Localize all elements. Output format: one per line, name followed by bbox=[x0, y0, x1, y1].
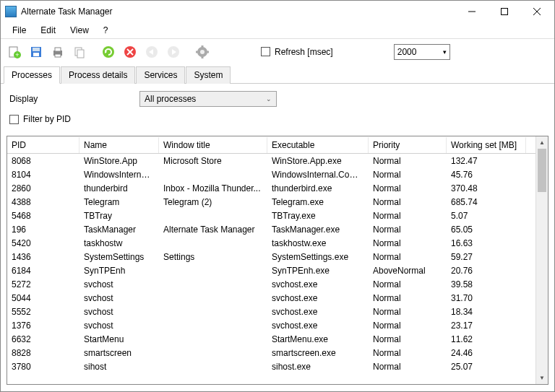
app-icon bbox=[5, 6, 17, 17]
refresh-checkbox[interactable] bbox=[261, 47, 270, 56]
refresh-label: Refresh [msec] bbox=[275, 47, 333, 57]
nav-fwd-button[interactable] bbox=[164, 43, 183, 61]
cell-name: WindowsInternal... bbox=[79, 169, 159, 180]
cell-wt: Telegram (2) bbox=[159, 196, 267, 208]
cell-pri: Normal bbox=[369, 210, 447, 222]
cell-name: svchost bbox=[79, 306, 159, 318]
cell-wt: Settings bbox=[159, 251, 267, 263]
svg-rect-12 bbox=[55, 54, 61, 57]
col-executable[interactable]: Executable bbox=[267, 137, 369, 153]
svg-text:+: + bbox=[15, 51, 19, 58]
menu-view[interactable]: View bbox=[63, 23, 96, 38]
display-dropdown[interactable]: All processes ⌄ bbox=[139, 91, 277, 107]
table-row[interactable]: 8068WinStore.AppMicrosoft StoreWinStore.… bbox=[7, 154, 535, 167]
cell-wt bbox=[159, 270, 267, 271]
table-row[interactable]: 196TaskManagerAlternate Task ManagerTask… bbox=[7, 222, 535, 236]
col-priority[interactable]: Priority bbox=[369, 137, 447, 153]
table-row[interactable]: 5044svchostsvchost.exeNormal31.70 bbox=[7, 291, 535, 305]
col-pid[interactable]: PID bbox=[7, 137, 79, 153]
cell-ws: 370.48 bbox=[447, 183, 526, 194]
menu-file[interactable]: File bbox=[5, 23, 33, 38]
menubar: File Edit View ? bbox=[1, 22, 554, 38]
cell-name: svchost bbox=[79, 279, 159, 290]
display-label: Display bbox=[9, 94, 139, 104]
svg-point-25 bbox=[200, 50, 205, 54]
table-row[interactable]: 5552svchostsvchost.exeNormal18.34 bbox=[7, 305, 535, 318]
cell-wt bbox=[159, 297, 267, 299]
cell-wt bbox=[159, 366, 267, 367]
scroll-up-button[interactable]: ▲ bbox=[536, 136, 548, 149]
cell-wt bbox=[159, 243, 267, 244]
table-row[interactable]: 8828smartscreensmartscreen.exeNormal24.4… bbox=[7, 346, 535, 360]
cell-pid: 4388 bbox=[7, 196, 79, 208]
table-row[interactable]: 5468TBTrayTBTray.exeNormal5.07 bbox=[7, 209, 535, 222]
stop-button[interactable] bbox=[121, 43, 139, 61]
tab-process-details[interactable]: Process details bbox=[61, 66, 135, 84]
cell-exe: thunderbird.exe bbox=[267, 183, 369, 194]
cell-ws: 11.62 bbox=[447, 334, 526, 345]
new-button[interactable]: + bbox=[5, 43, 24, 61]
cell-pid: 6184 bbox=[7, 265, 79, 276]
filter-panel: Display All processes ⌄ Filter by PID bbox=[1, 84, 554, 136]
table-row[interactable]: 3780sihostsihost.exeNormal25.07 bbox=[7, 360, 535, 373]
col-name[interactable]: Name bbox=[79, 137, 159, 153]
cell-wt: Microsoft Store bbox=[159, 155, 267, 167]
maximize-button[interactable] bbox=[488, 1, 520, 22]
cell-pri: Normal bbox=[369, 306, 447, 318]
cell-wt bbox=[159, 311, 267, 313]
cell-ws: 31.70 bbox=[447, 292, 526, 304]
table-row[interactable]: 5272svchostsvchost.exeNormal39.58 bbox=[7, 277, 535, 291]
table-row[interactable]: 6184SynTPEnhSynTPEnh.exeAboveNormal20.76 bbox=[7, 263, 535, 277]
table-row[interactable]: 8104WindowsInternal...WindowsInternal.Co… bbox=[7, 167, 535, 181]
cell-pid: 5044 bbox=[7, 292, 79, 304]
refresh-button[interactable] bbox=[99, 43, 118, 61]
copy-button[interactable] bbox=[70, 43, 89, 61]
cell-exe: taskhostw.exe bbox=[267, 238, 369, 249]
cell-name: Telegram bbox=[79, 196, 159, 208]
menu-help[interactable]: ? bbox=[96, 23, 116, 38]
chevron-down-icon: ⌄ bbox=[266, 95, 272, 103]
cell-pid: 1376 bbox=[7, 320, 79, 331]
cell-ws: 20.76 bbox=[447, 265, 526, 276]
print-button[interactable] bbox=[48, 43, 67, 61]
cell-pid: 196 bbox=[7, 224, 79, 235]
cell-exe: StartMenu.exe bbox=[267, 334, 369, 345]
cell-name: StartMenu bbox=[79, 334, 159, 345]
table-row[interactable]: 1436SystemSettingsSettingsSystemSettings… bbox=[7, 250, 535, 263]
col-window-title[interactable]: Window title bbox=[159, 137, 267, 153]
table-row[interactable]: 6632StartMenuStartMenu.exeNormal11.62 bbox=[7, 332, 535, 346]
cell-pri: Normal bbox=[369, 169, 447, 180]
tab-system[interactable]: System bbox=[186, 66, 231, 84]
svg-rect-11 bbox=[55, 48, 61, 51]
cell-name: SystemSettings bbox=[79, 251, 159, 263]
save-button[interactable] bbox=[27, 43, 46, 61]
filter-pid-checkbox[interactable] bbox=[9, 115, 19, 124]
cell-pri: Normal bbox=[369, 238, 447, 249]
scroll-down-button[interactable]: ▼ bbox=[536, 372, 548, 384]
vertical-scrollbar[interactable]: ▲ ▼ bbox=[535, 136, 548, 384]
cell-name: sihost bbox=[79, 361, 159, 373]
table-row[interactable]: 2860thunderbirdInbox - Mozilla Thunder..… bbox=[7, 181, 535, 195]
menu-edit[interactable]: Edit bbox=[33, 23, 63, 38]
cell-exe: SystemSettings.exe bbox=[267, 251, 369, 263]
close-button[interactable] bbox=[520, 1, 553, 22]
cell-pri: Normal bbox=[369, 347, 447, 359]
cell-pri: AboveNormal bbox=[369, 265, 447, 276]
col-working-set[interactable]: Working set [MB] bbox=[447, 137, 526, 153]
table-row[interactable]: 5420taskhostwtaskhostw.exeNormal16.63 bbox=[7, 236, 535, 250]
refresh-interval-combo[interactable]: 2000 ▾ bbox=[394, 44, 450, 60]
table-row[interactable]: 4388TelegramTelegram (2)Telegram.exeNorm… bbox=[7, 195, 535, 209]
nav-back-button[interactable] bbox=[142, 43, 161, 61]
cell-pri: Normal bbox=[369, 292, 447, 304]
tab-bar: Processes Process details Services Syste… bbox=[1, 66, 554, 84]
cell-exe: svchost.exe bbox=[267, 279, 369, 290]
settings-button[interactable] bbox=[193, 43, 212, 61]
cell-exe: SynTPEnh.exe bbox=[267, 265, 369, 276]
tab-services[interactable]: Services bbox=[136, 66, 185, 84]
tab-processes[interactable]: Processes bbox=[4, 66, 60, 84]
table-row[interactable]: 1376svchostsvchost.exeNormal23.17 bbox=[7, 318, 535, 332]
scroll-thumb[interactable] bbox=[538, 149, 546, 192]
cell-name: svchost bbox=[79, 292, 159, 304]
cell-ws: 685.74 bbox=[447, 196, 526, 208]
minimize-button[interactable] bbox=[455, 1, 488, 22]
